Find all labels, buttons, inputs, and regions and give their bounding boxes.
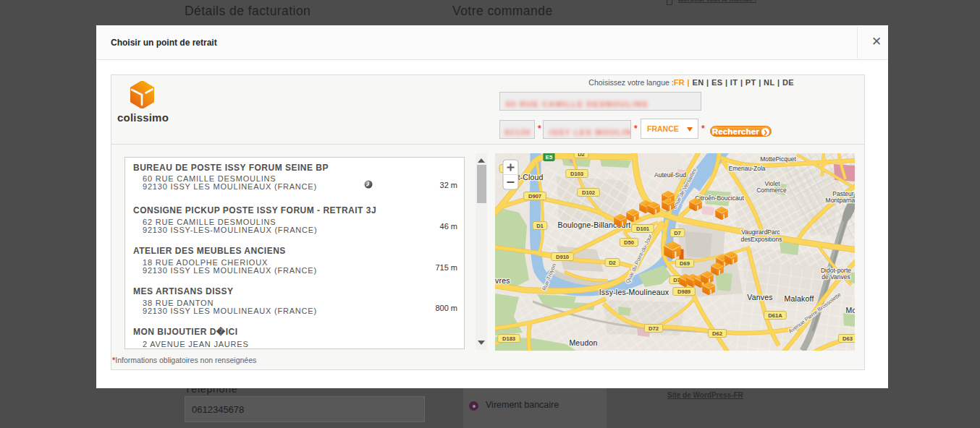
svg-text:D183: D183 (502, 335, 515, 342)
svg-text:Vanves: Vanves (747, 293, 772, 301)
svg-text:desExpositions: desExpositions (740, 236, 782, 243)
svg-text:Montparnas: Montparnas (826, 197, 855, 204)
svg-text:D7: D7 (673, 277, 680, 283)
svg-text:Malakoff: Malakoff (784, 294, 814, 303)
svg-text:D1: D1 (536, 223, 544, 229)
svg-text:D102: D102 (582, 189, 595, 196)
svg-text:D62: D62 (712, 330, 722, 337)
svg-text:Meudon: Meudon (569, 338, 597, 347)
svg-text:Auteuil-Sud: Auteuil-Sud (654, 171, 686, 179)
svg-text:D2: D2 (609, 260, 616, 266)
svg-text:vres: vres (495, 276, 510, 285)
svg-text:Commerce: Commerce (756, 187, 787, 194)
svg-text:D989: D989 (677, 288, 690, 295)
svg-text:D7: D7 (674, 230, 681, 236)
svg-text:Emeriau-Zola: Emeriau-Zola (728, 165, 765, 172)
svg-text:VaugirardParc: VaugirardParc (741, 228, 780, 236)
svg-text:Mo: Mo (846, 306, 856, 314)
svg-text:D2: D2 (578, 153, 585, 158)
svg-text:D907: D907 (528, 193, 541, 200)
svg-text:Issy-les-Moulineaux: Issy-les-Moulineaux (599, 288, 669, 296)
svg-text:E5: E5 (546, 154, 553, 160)
svg-text:D50: D50 (624, 239, 634, 246)
svg-text:D910: D910 (556, 254, 569, 260)
svg-text:D101: D101 (636, 226, 650, 232)
svg-text:MottePicquet: MottePicquet (760, 155, 796, 163)
svg-text:Citroên-Boucicaut: Citroên-Boucicaut (695, 194, 744, 202)
svg-text:D61A: D61A (768, 312, 782, 319)
svg-text:D103: D103 (570, 171, 583, 177)
svg-text:de Vanves: de Vanves (821, 273, 850, 281)
svg-text:D69: D69 (680, 260, 690, 267)
svg-text:D63: D63 (842, 335, 853, 342)
svg-text:D72: D72 (649, 325, 659, 332)
